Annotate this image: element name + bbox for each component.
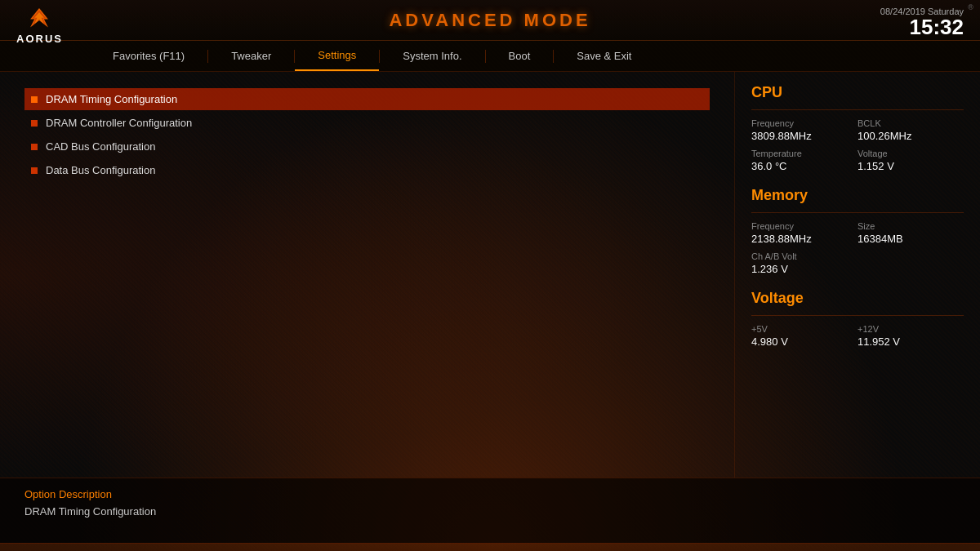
nav-item-systeminfo[interactable]: System Info. [380, 41, 484, 71]
voltage-5v-label: +5V [751, 324, 858, 334]
memory-frequency-label: Frequency [751, 221, 858, 231]
menu-bullet [31, 120, 38, 127]
memory-size-col: Size 16384MB [858, 221, 964, 245]
header: AORUS ADVANCED MODE 08/24/2019 Saturday … [0, 0, 980, 41]
nav-item-favorites[interactable]: Favorites (F11) [90, 41, 207, 71]
voltage-divider [751, 315, 964, 316]
cpu-bclk-value: 100.26MHz [858, 130, 964, 142]
voltage-12v-col: +12V 11.952 V [858, 324, 964, 348]
cpu-temperature-label: Temperature [751, 149, 858, 158]
voltage-section: Voltage +5V 4.980 V +12V 11.952 V [751, 290, 964, 348]
cpu-voltage-value: 1.152 V [858, 160, 964, 172]
cpu-temperature-value: 36.0 °C [751, 160, 858, 172]
voltage-12v-value: 11.952 V [858, 335, 964, 348]
voltage-5v-col: +5V 4.980 V [751, 324, 858, 348]
memory-chab-label: Ch A/B Volt [751, 251, 964, 261]
logo-text: AORUS [16, 33, 63, 45]
memory-section-title: Memory [751, 187, 964, 204]
menu-bullet [31, 144, 38, 150]
cpu-freq-bclk-row: Frequency 3809.88MHz BCLK 100.26MHz [751, 118, 964, 142]
menu-item-cad-bus[interactable]: CAD Bus Configuration [24, 136, 710, 158]
left-menu-panel: DRAM Timing Configuration DRAM Controlle… [0, 72, 735, 478]
time-display: 15:32 [880, 16, 964, 38]
memory-divider [751, 212, 964, 213]
cpu-temp-volt-row: Temperature 36.0 °C Voltage 1.152 V [751, 149, 964, 172]
menu-bullet [31, 167, 38, 174]
memory-frequency-value: 2138.88MHz [751, 233, 858, 245]
memory-frequency-col: Frequency 2138.88MHz [751, 221, 858, 245]
memory-chab-value: 1.236 V [751, 263, 964, 275]
cpu-section: CPU Frequency 3809.88MHz BCLK 100.26MHz … [751, 84, 964, 172]
cpu-frequency-label: Frequency [751, 118, 858, 128]
nav-item-boot[interactable]: Boot [486, 41, 554, 71]
bottom-bar: ESC Back Help (F1) Easy Mode (F2) Smart … [0, 543, 980, 551]
right-info-panel: CPU Frequency 3809.88MHz BCLK 100.26MHz … [735, 72, 980, 478]
memory-section: Memory Frequency 2138.88MHz Size 16384MB… [751, 187, 964, 275]
page-title: ADVANCED MODE [389, 10, 590, 31]
cpu-bclk-col: BCLK 100.26MHz [858, 118, 964, 142]
memory-chab-col: Ch A/B Volt 1.236 V [751, 251, 964, 275]
menu-bullet [31, 96, 38, 103]
copyright-symbol: ® [968, 3, 973, 11]
menu-item-dram-controller[interactable]: DRAM Controller Configuration [24, 112, 710, 134]
nav-item-tweaker[interactable]: Tweaker [208, 41, 294, 71]
memory-chab-row: Ch A/B Volt 1.236 V [751, 251, 964, 275]
aorus-logo-icon [22, 7, 56, 31]
voltage-5v-value: 4.980 V [751, 335, 858, 348]
cpu-voltage-label: Voltage [858, 149, 964, 158]
datetime-display: 08/24/2019 Saturday 15:32 [880, 7, 964, 38]
cpu-temperature-col: Temperature 36.0 °C [751, 149, 858, 172]
nav-item-save-exit[interactable]: Save & Exit [554, 41, 654, 71]
cpu-bclk-label: BCLK [858, 118, 964, 128]
cpu-voltage-col: Voltage 1.152 V [858, 149, 964, 172]
voltage-values-row: +5V 4.980 V +12V 11.952 V [751, 324, 964, 348]
description-text: DRAM Timing Configuration [24, 505, 956, 518]
navigation-bar: Favorites (F11) Tweaker Settings System … [0, 41, 980, 72]
cpu-frequency-col: Frequency 3809.88MHz [751, 118, 858, 142]
cpu-divider [751, 109, 964, 110]
main-content: DRAM Timing Configuration DRAM Controlle… [0, 72, 980, 478]
logo-area: AORUS [16, 7, 63, 45]
menu-item-data-bus[interactable]: Data Bus Configuration [24, 159, 710, 181]
memory-size-value: 16384MB [858, 233, 964, 245]
description-panel: Option Description DRAM Timing Configura… [0, 478, 980, 543]
voltage-section-title: Voltage [751, 290, 964, 307]
nav-item-settings[interactable]: Settings [295, 41, 379, 71]
cpu-frequency-value: 3809.88MHz [751, 130, 858, 142]
menu-item-dram-timing[interactable]: DRAM Timing Configuration [24, 88, 710, 110]
voltage-12v-label: +12V [858, 324, 964, 334]
memory-freq-size-row: Frequency 2138.88MHz Size 16384MB [751, 221, 964, 245]
cpu-section-title: CPU [751, 84, 964, 101]
memory-size-label: Size [858, 221, 964, 231]
description-title: Option Description [24, 488, 956, 500]
